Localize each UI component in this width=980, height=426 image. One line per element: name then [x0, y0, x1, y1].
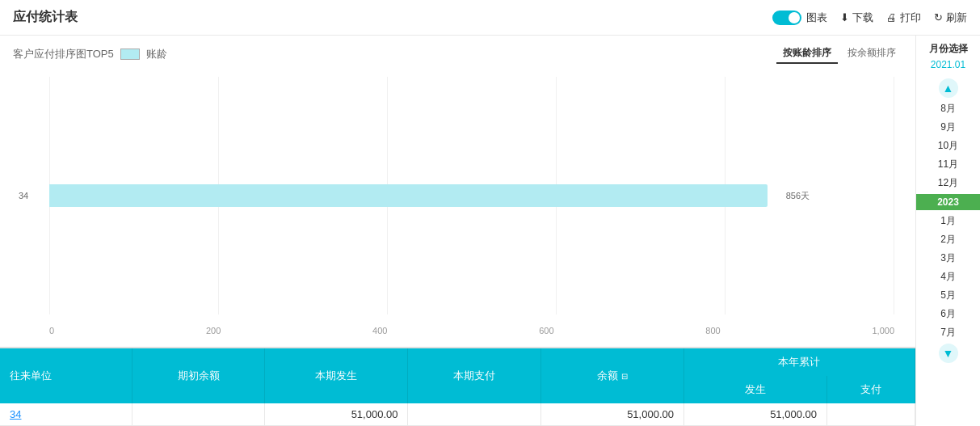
chart-area: 34 856天 0 200 400 600 800 1,000 — [0, 69, 915, 347]
month-item-9[interactable]: 9月 — [916, 118, 980, 137]
page-header: 应付统计表 图表 ⬇ 下载 🖨 打印 ↻ 刷新 — [0, 0, 980, 36]
cell-period-balance — [132, 403, 265, 426]
cell-ytd-occ: 51,000.00 — [683, 403, 826, 426]
month-item-10[interactable]: 10月 — [916, 137, 980, 155]
month-item-1[interactable]: 1月 — [916, 212, 980, 230]
chart-toggle[interactable] — [772, 11, 801, 25]
month-item-2[interactable]: 2月 — [916, 230, 980, 249]
table-row: 34 51,000.00 51,000.00 51,000.00 — [0, 403, 915, 426]
sidebar-current-value[interactable]: 2021.01 — [931, 59, 965, 70]
col-header-ytd: 本年累计 — [683, 348, 915, 376]
cell-unit: 34 — [0, 403, 132, 426]
chart-toggle-group: 图表 — [772, 11, 827, 25]
col-header-current-pay: 本期支付 — [408, 348, 541, 403]
legend-title: 客户应付排序图TOP5 — [13, 47, 114, 61]
refresh-icon: ↻ — [934, 11, 943, 23]
cell-current-occ: 51,000.00 — [265, 403, 408, 426]
month-item-6[interactable]: 6月 — [916, 305, 980, 323]
x-label-4: 800 — [705, 326, 720, 335]
chart-legend: 客户应付排序图TOP5 账龄 — [13, 47, 167, 61]
col-header-current-occ: 本期发生 — [265, 348, 408, 403]
balance-sort-icon[interactable]: ⊟ — [621, 372, 628, 381]
month-item-12[interactable]: 12月 — [916, 174, 980, 192]
month-item-4[interactable]: 4月 — [916, 268, 980, 286]
table-container: 往来单位 期初余额 本期发生 本期支付 余额 ⊟ 本年累计 — [0, 348, 915, 426]
month-item-7[interactable]: 7月 — [916, 323, 980, 342]
month-item-5[interactable]: 5月 — [916, 286, 980, 305]
col-header-ytd-occ: 发生 — [683, 376, 826, 403]
download-icon: ⬇ — [840, 11, 849, 23]
month-item-3[interactable]: 3月 — [916, 249, 980, 268]
chart-header: 客户应付排序图TOP5 账龄 按账龄排序 按余额排序 — [0, 36, 915, 69]
refresh-button[interactable]: ↻ 刷新 — [934, 11, 967, 25]
data-table: 往来单位 期初余额 本期发生 本期支付 余额 ⊟ 本年累计 — [0, 348, 915, 426]
legend-box-label: 账龄 — [146, 47, 167, 61]
print-icon: 🖨 — [886, 11, 897, 23]
x-axis: 0 200 400 600 800 1,000 — [49, 326, 894, 335]
cell-ytd-pay — [826, 403, 915, 426]
table-section: 往来单位 期初余额 本期发生 本期支付 余额 ⊟ 本年累计 — [0, 347, 915, 426]
right-sidebar: 月份选择 2021.01 ▲ 8月 9月 10月 11月 12月 2023 1月… — [915, 36, 980, 426]
x-label-5: 1,000 — [872, 326, 894, 335]
page-title: 应付统计表 — [13, 9, 78, 26]
bar-chart: 34 856天 0 200 400 600 800 1,000 — [13, 69, 902, 339]
header-actions: 图表 ⬇ 下载 🖨 打印 ↻ 刷新 — [772, 11, 967, 25]
x-label-2: 400 — [372, 326, 387, 335]
x-label-3: 600 — [539, 326, 553, 335]
unit-link[interactable]: 34 — [10, 408, 21, 420]
chart-inner: 34 856天 — [49, 77, 894, 314]
col-header-unit: 往来单位 — [0, 348, 132, 403]
chart-toggle-label: 图表 — [806, 11, 827, 25]
sort-tab-age[interactable]: 按账龄排序 — [776, 44, 838, 64]
sort-tab-balance[interactable]: 按余额排序 — [841, 44, 902, 64]
bar-0: 856天 — [49, 184, 768, 207]
col-header-ytd-pay: 支付 — [826, 376, 915, 403]
download-label: 下载 — [852, 11, 873, 25]
download-button[interactable]: ⬇ 下载 — [840, 11, 873, 25]
col-header-balance: 余额 ⊟ — [540, 348, 683, 403]
print-button[interactable]: 🖨 打印 — [886, 11, 921, 25]
x-label-1: 200 — [206, 326, 221, 335]
month-item-11[interactable]: 11月 — [916, 155, 980, 174]
month-item-8[interactable]: 8月 — [916, 99, 980, 118]
main-content: 客户应付排序图TOP5 账龄 按账龄排序 按余额排序 — [0, 36, 980, 426]
cell-current-pay — [408, 403, 541, 426]
bar-y-label: 34 — [19, 191, 28, 200]
sidebar-title: 月份选择 — [929, 42, 968, 56]
sidebar-down-button[interactable]: ▼ — [939, 344, 958, 363]
refresh-label: 刷新 — [946, 11, 967, 25]
year-label-2023: 2023 — [916, 194, 980, 210]
sidebar-up-button[interactable]: ▲ — [939, 78, 958, 98]
chart-section: 客户应付排序图TOP5 账龄 按账龄排序 按余额排序 — [0, 36, 915, 426]
legend-box — [120, 49, 140, 60]
col-header-period-balance: 期初余额 — [132, 348, 265, 403]
bar-right-label: 856天 — [786, 190, 810, 202]
print-label: 打印 — [900, 11, 921, 25]
cell-balance: 51,000.00 — [540, 403, 683, 426]
sort-tabs: 按账龄排序 按余额排序 — [776, 44, 902, 64]
x-label-0: 0 — [49, 326, 54, 335]
